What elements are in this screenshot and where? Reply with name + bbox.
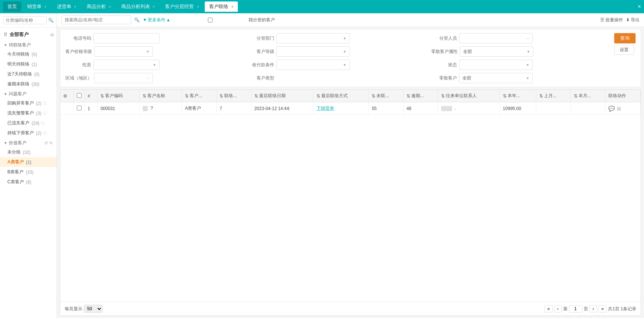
filter-label-person: 分管人员: [431, 35, 457, 42]
row-overdue: 48: [403, 102, 438, 115]
sidebar-item-declining-count: (2): [36, 131, 42, 136]
group-problem[interactable]: ▼ 问题客户: [0, 89, 57, 98]
tab-sales[interactable]: 销货单 ×: [23, 1, 51, 12]
filter-input-customer-type[interactable]: [276, 73, 350, 83]
row-last-method-link[interactable]: 下销货单: [316, 106, 334, 111]
chevron-down-icon-6: ▼: [343, 63, 347, 67]
sidebar-item-b-class[interactable]: B类客户 (33): [0, 167, 57, 177]
filter-field-phone: 电话号码: [65, 33, 243, 43]
sidebar-item-c-class[interactable]: C类客户 (6): [0, 177, 57, 187]
per-page-select[interactable]: 50 20 100: [84, 305, 103, 313]
sidebar-item-declining-label: 持续下滑客户: [7, 130, 34, 136]
sidebar-item-overdue[interactable]: 逾期未联络 (30): [0, 79, 57, 89]
more-conditions-arrow: ▲: [166, 17, 171, 22]
tab-home[interactable]: 首页: [3, 1, 21, 12]
sidebar-item-abnormal[interactable]: 回购异常客户 (2) ⓘ: [0, 98, 57, 108]
group-waiting[interactable]: ▼ 待联络客户: [0, 40, 57, 49]
filter-field-nature: 性质 ▼: [65, 60, 243, 70]
chevron-down-icon-7: ▼: [526, 63, 529, 67]
sort-icon-contact: ⇅: [219, 93, 223, 99]
query-button[interactable]: 查询: [614, 33, 636, 43]
sidebar-item-declining[interactable]: 持续下滑客户 (2) ⓘ: [0, 128, 57, 138]
last-page-button[interactable]: »: [598, 305, 607, 312]
col-last-date-label: 最后联络日期: [259, 93, 286, 99]
row-this-year: 10995.00: [500, 102, 536, 115]
tab-purchase-close[interactable]: ×: [74, 5, 76, 9]
filter-input-person[interactable]: ···: [459, 33, 533, 43]
my-customers-check[interactable]: [173, 18, 247, 22]
tab-analysis-list-close[interactable]: ×: [153, 5, 155, 9]
col-last-method-label: 最后联络方式: [321, 93, 348, 99]
per-page: 每页显示 50 20 100: [65, 305, 103, 313]
filter-input-phone[interactable]: [93, 33, 160, 43]
more-conditions-button[interactable]: ▼ 更多条件 ▲: [143, 17, 171, 23]
filter-input-retail-attr[interactable]: 全部▼: [460, 46, 533, 57]
filter-input-price-level[interactable]: ▼: [94, 46, 153, 57]
export-button[interactable]: ⬇ 导出: [626, 17, 640, 23]
tab-customer-contact[interactable]: 客户联络 ×: [205, 1, 238, 12]
settings-button[interactable]: 设置: [614, 45, 634, 55]
sidebar-item-7days[interactable]: 近7天待联络 (0): [0, 69, 57, 79]
qr-icon[interactable]: ⊞: [617, 106, 621, 112]
filter-label-customer-type: 客户类型: [248, 75, 274, 81]
filter-field-dept: 分管部门 ▼: [248, 33, 426, 43]
tab-customer-contact-close[interactable]: ×: [231, 5, 233, 9]
edit-icon[interactable]: ✎: [49, 141, 53, 146]
sidebar-content: ⠿ 全部客户 ◁ ▼ 待联络客户 今天待联络 (0) 明天待联络 (1) 近7天…: [0, 28, 57, 318]
chevron-down-icon-2: ▼: [146, 50, 150, 54]
filter-input-status[interactable]: ▼: [459, 60, 533, 70]
my-customers-checkbox[interactable]: 我分管的客户: [173, 17, 275, 23]
filter-input-nature[interactable]: ▼: [93, 60, 160, 70]
sidebar-item-lost-label: 已流失客户: [7, 120, 29, 126]
col-unit-contact-label: 往来单位联系人: [446, 93, 477, 99]
refresh-icon[interactable]: ↺: [44, 141, 48, 146]
tab-analysis-close[interactable]: ×: [109, 5, 111, 9]
batch-op-button[interactable]: ☰ 批量操作: [600, 17, 623, 23]
close-all-button[interactable]: ×: [638, 3, 641, 10]
sidebar: 🔍 ⠿ 全部客户 ◁ ▼ 待联络客户 今天待联络 (0) 明天待联络 (1): [0, 13, 57, 318]
filter-input-dept[interactable]: ▼: [276, 33, 350, 43]
sort-icon-unit: ⇅: [441, 93, 445, 99]
sidebar-item-ungroup[interactable]: 未分组 (32): [0, 147, 57, 157]
tab-customer-tier-close[interactable]: ×: [197, 5, 199, 9]
next-page-button[interactable]: ›: [590, 305, 597, 312]
tab-purchase[interactable]: 进货单 ×: [53, 1, 81, 12]
sidebar-item-lost[interactable]: 已流失客户 (24) ⓘ: [0, 118, 57, 128]
prev-page-button[interactable]: ‹: [554, 305, 562, 312]
info-icon-warning: ⓘ: [43, 111, 47, 116]
tab-analysis-list[interactable]: 商品分析列表 ×: [117, 1, 160, 12]
sidebar-item-warning[interactable]: 流失预警客户 (3) ⓘ: [0, 108, 57, 118]
col-action-label: 联络动作: [608, 93, 626, 99]
row-checkbox[interactable]: [77, 106, 82, 110]
chevron-down-icon: ▼: [343, 36, 347, 40]
filter-search-icon[interactable]: 🔍: [134, 17, 140, 22]
filter-input-region[interactable]: ···: [94, 73, 153, 83]
filter-input-level[interactable]: ▼: [276, 46, 350, 57]
filter-field-price-level: 客户价格等级 ▼: [65, 46, 243, 57]
message-icon[interactable]: 💬: [608, 106, 615, 112]
sidebar-search-icon[interactable]: 🔍: [48, 18, 54, 23]
page-input[interactable]: [569, 305, 582, 312]
sidebar-item-a-class[interactable]: A类客户 (1): [0, 157, 57, 167]
filter-input-retail[interactable]: 全部▼: [459, 73, 533, 83]
filter-bar-right: ☰ 批量操作 ⬇ 导出: [600, 17, 640, 23]
sidebar-item-today[interactable]: 今天待联络 (0): [0, 49, 57, 59]
action-icons: 💬 ⊞: [608, 106, 637, 112]
sidebar-all-customers[interactable]: ⠿ 全部客户 ◁: [0, 29, 57, 40]
more-conditions-label: 更多条件: [148, 17, 165, 23]
tab-customer-tier[interactable]: 客户分层经营 ×: [161, 1, 203, 12]
row-settings-cell: [60, 102, 74, 115]
tab-analysis[interactable]: 商品分析 ×: [82, 1, 115, 12]
sidebar-item-overdue-count: (30): [32, 82, 39, 87]
retail-attr-value: 全部: [463, 49, 472, 55]
sidebar-item-tomorrow[interactable]: 明天待联络 (1): [0, 59, 57, 69]
sidebar-search-input[interactable]: [3, 16, 47, 24]
search-input[interactable]: [61, 15, 131, 24]
group-value[interactable]: ▼ 价值客户 ↺ ✎: [0, 138, 57, 147]
select-all-checkbox[interactable]: [77, 93, 82, 98]
col-settings[interactable]: ⚙: [60, 90, 74, 102]
first-page-button[interactable]: «: [544, 305, 553, 312]
filter-input-payment[interactable]: ▼: [276, 60, 350, 70]
tab-sales-close[interactable]: ×: [44, 5, 47, 9]
sidebar-item-warning-label: 流失预警客户: [7, 110, 34, 116]
